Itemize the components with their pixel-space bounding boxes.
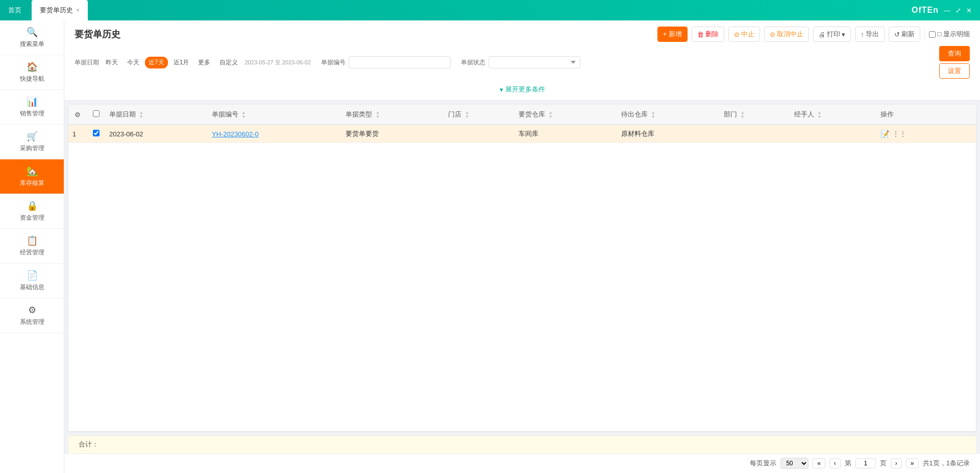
cancel-stop-button[interactable]: ⊘ 取消中止 <box>764 27 809 42</box>
refresh-button[interactable]: ↺ 刷新 <box>889 27 920 42</box>
sidebar-label-purchase: 采购管理 <box>20 144 44 153</box>
stop-button[interactable]: ⊘ 中止 <box>728 27 760 42</box>
brand-label: OfTEn <box>912 6 939 15</box>
data-table: ⚙ 单据日期 ▲▼ 单据编号 ▲▼ 单据类型 <box>68 105 976 143</box>
new-label: + 新增 <box>663 30 682 39</box>
sidebar-item-operations[interactable]: 📋 经营管理 <box>0 229 64 264</box>
sort-store-icon[interactable]: ▲▼ <box>465 111 469 119</box>
sidebar-label-basic: 基础信息 <box>20 283 44 292</box>
page-input[interactable] <box>855 458 876 468</box>
date-btn-last-month[interactable]: 近1月 <box>170 57 193 68</box>
sidebar-item-purchase[interactable]: 🛒 采购管理 <box>0 125 64 159</box>
date-btn-yesterday[interactable]: 昨天 <box>102 57 121 68</box>
cancel-stop-label: 取消中止 <box>777 30 803 39</box>
cell-number[interactable]: YH-20230602-0 <box>208 125 341 143</box>
settings-button[interactable]: 设置 <box>939 63 970 79</box>
date-btn-custom[interactable]: 自定义 <box>216 57 241 68</box>
main-layout: 🔍 搜索菜单 🏠 快捷导航 📊 销售管理 🛒 采购管理 🏡 库存核算 🔒 资金管… <box>0 20 980 473</box>
filter-main-row: 单据日期 昨天 今天 近7天 近1月 更多 自定义 2023-05-27 至 2… <box>75 46 970 79</box>
sidebar-item-inventory[interactable]: 🏡 库存核算 <box>0 159 64 194</box>
prev-page-button[interactable]: ‹ <box>829 458 841 468</box>
top-bar: 首页 要货单历史 × OfTEn — ⤢ ✕ <box>0 0 980 20</box>
print-chevron-icon: ▾ <box>842 31 845 38</box>
date-btn-last7[interactable]: 近7天 <box>145 57 168 68</box>
sort-type-icon[interactable]: ▲▼ <box>376 111 380 119</box>
expand-more-label: 展开更多条件 <box>505 85 545 94</box>
sidebar-item-basic[interactable]: 📄 基础信息 <box>0 264 64 298</box>
show-detail-label[interactable]: □ 显示明细 <box>929 30 970 39</box>
column-pending-warehouse-label: 待出仓库 <box>621 110 648 118</box>
delete-label: 删除 <box>705 30 719 39</box>
home-icon: 🏠 <box>27 61 38 73</box>
column-settings-icon[interactable]: ⚙ <box>68 105 87 125</box>
cell-type: 要货单要货 <box>341 125 444 143</box>
column-store-label: 门店 <box>448 110 461 118</box>
tab-home[interactable]: 首页 <box>0 0 30 20</box>
topbar-right: OfTEn — ⤢ ✕ <box>912 6 980 15</box>
sort-date-icon[interactable]: ▲▼ <box>139 111 143 119</box>
row-checkbox[interactable] <box>93 130 100 136</box>
cell-index: 1 <box>68 125 87 143</box>
date-btn-today[interactable]: 今天 <box>124 57 143 68</box>
cell-checkbox <box>87 125 105 143</box>
expand-more-button[interactable]: ▾ 展开更多条件 <box>500 85 545 94</box>
row-action-buttons: 📝 ⋮⋮ <box>880 130 972 138</box>
toolbar-divider <box>924 30 925 38</box>
export-icon: ↑ <box>861 31 864 38</box>
expand-row: ▾ 展开更多条件 <box>75 83 970 96</box>
sort-department-icon[interactable]: ▲▼ <box>741 111 745 119</box>
sidebar-item-quick-nav[interactable]: 🏠 快捷导航 <box>0 55 64 90</box>
row-edit-icon[interactable]: 📝 <box>880 130 889 138</box>
date-range-text: 2023-05-27 至 2023-06-02 <box>244 59 311 66</box>
delete-button[interactable]: 🗑 删除 <box>692 27 724 42</box>
window-minimize-icon[interactable]: — <box>944 7 950 14</box>
sidebar-item-search[interactable]: 🔍 搜索菜单 <box>0 20 64 55</box>
new-button[interactable]: + 新增 <box>657 27 688 42</box>
close-tab-icon[interactable]: × <box>76 7 80 14</box>
per-page-select[interactable]: 50 20 100 200 <box>780 458 808 469</box>
row-more-icon[interactable]: ⋮⋮ <box>892 130 906 138</box>
tab-history[interactable]: 要货单历史 × <box>32 0 88 20</box>
sort-handler-icon[interactable]: ▲▼ <box>817 111 821 119</box>
page-title-row: 要货单历史 + 新增 🗑 删除 ⊘ 中止 ⊘ 取消中止 <box>75 27 970 42</box>
column-type-label: 单据类型 <box>346 110 372 118</box>
cell-actions: 📝 ⋮⋮ <box>876 125 976 143</box>
cell-store <box>444 125 514 143</box>
date-btn-more[interactable]: 更多 <box>194 57 214 68</box>
last-page-button[interactable]: » <box>906 458 919 468</box>
sidebar-item-finance[interactable]: 🔒 资金管理 <box>0 194 64 229</box>
page-label: 第 <box>845 459 851 468</box>
column-handler-label: 经手人 <box>794 110 814 118</box>
sidebar-item-system[interactable]: ⚙ 系统管理 <box>0 298 64 333</box>
date-buttons: 昨天 今天 近7天 近1月 更多 自定义 <box>102 57 241 68</box>
cell-date: 2023-06-02 <box>105 125 208 143</box>
query-button[interactable]: 查询 <box>939 46 970 61</box>
doc-status-select[interactable] <box>488 56 580 68</box>
export-button[interactable]: ↑ 导出 <box>855 27 885 42</box>
export-label: 导出 <box>866 30 879 39</box>
window-close-icon[interactable]: ✕ <box>966 7 972 14</box>
cell-req-warehouse: 车间库 <box>514 125 617 143</box>
sort-pending-warehouse-icon[interactable]: ▲▼ <box>651 111 655 119</box>
column-department-label: 部门 <box>724 110 737 118</box>
window-resize-icon[interactable]: ⤢ <box>955 7 961 14</box>
print-button[interactable]: 🖨 打印 ▾ <box>813 27 851 42</box>
sidebar-item-sales[interactable]: 📊 销售管理 <box>0 90 64 125</box>
cart-icon: 🛒 <box>27 131 38 142</box>
first-page-button[interactable]: « <box>813 458 825 468</box>
select-all-checkbox[interactable] <box>93 110 100 117</box>
sort-number-icon[interactable]: ▲▼ <box>242 111 246 119</box>
next-page-button[interactable]: › <box>891 458 902 468</box>
table-row: 1 2023-06-02 YH-20230602-0 要货单要货 车间库 原材料… <box>68 125 976 143</box>
filter-doc-status-group: 单据状态 <box>461 56 580 68</box>
doc-number-input[interactable] <box>349 56 451 68</box>
sort-req-warehouse-icon[interactable]: ▲▼ <box>549 111 553 119</box>
show-detail-checkbox[interactable] <box>929 31 936 38</box>
stop-label: 中止 <box>741 30 754 39</box>
cancel-stop-icon: ⊘ <box>770 31 775 38</box>
operations-icon: 📋 <box>27 235 38 246</box>
refresh-icon: ↺ <box>894 31 900 38</box>
column-date: 单据日期 ▲▼ <box>105 105 208 125</box>
system-icon: ⚙ <box>28 304 36 316</box>
sidebar-label-search: 搜索菜单 <box>20 40 44 49</box>
